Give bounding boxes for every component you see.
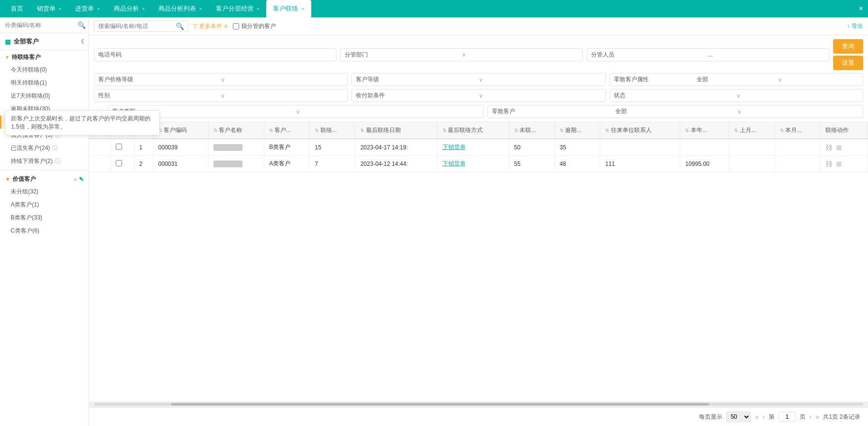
col-contact[interactable]: ⇅ 联络... <box>310 122 355 139</box>
total-info: 共1页 2条记录 <box>823 413 860 421</box>
col-unprocessed[interactable]: ⇅ 未联... <box>509 122 554 139</box>
row1-select-checkbox[interactable] <box>116 144 122 150</box>
nav-item-customer-contact[interactable]: 客户联络 × <box>266 0 311 17</box>
query-button[interactable]: 查询 <box>833 39 863 54</box>
window-close-button[interactable]: × <box>859 4 863 13</box>
col-type[interactable]: ⇅ 客户... <box>264 122 309 139</box>
row1-link-icon[interactable]: ⛓ <box>825 144 832 151</box>
col-this-year[interactable]: ⇅ 本年... <box>680 122 729 139</box>
row1-checkbox <box>111 139 134 156</box>
row1-contact: 15 <box>310 139 355 156</box>
sidebar-item-continuous-down[interactable]: 持续下滑客户(2) ⓘ <box>0 155 89 168</box>
nav-item-product-analysis-list[interactable]: 商品分析列表 × <box>152 0 209 17</box>
close-icon[interactable]: × <box>59 6 61 12</box>
sidebar-item-a-class[interactable]: A类客户(1) <box>0 198 89 211</box>
row2-last-contact-date: 2023-04-12 14:44: <box>355 156 437 172</box>
person-filter[interactable]: 分管人员 ... <box>587 48 829 61</box>
sidebar-value-edit-icon[interactable]: ✎ <box>79 176 84 183</box>
nav-item-purchase[interactable]: 进货单 × <box>68 0 107 17</box>
col-this-month[interactable]: ⇅ 本月... <box>775 122 820 139</box>
last-page-btn[interactable]: » <box>816 413 820 421</box>
row2-index: 2 <box>134 156 153 172</box>
blurred-name <box>213 161 243 167</box>
close-icon[interactable]: × <box>199 6 202 12</box>
status-filter[interactable]: 状态 ∨ <box>609 89 863 102</box>
sidebar-item-tomorrow[interactable]: 明天待联络(1) <box>0 76 89 89</box>
prev-page-btn[interactable]: ‹ <box>762 413 765 421</box>
row1-overdue: 35 <box>555 139 600 156</box>
sidebar-item-today[interactable]: 今天待联络(0) <box>0 63 89 76</box>
close-icon[interactable]: × <box>142 6 145 12</box>
sidebar-section-pending[interactable]: ▼ 待联络客户 <box>0 50 89 63</box>
current-page-input[interactable] <box>778 412 796 422</box>
dept-filter[interactable]: 分管部门 ∨ <box>340 48 583 61</box>
extended-filters: 电话号码 分管部门 ∨ 分管人员 ... 查询 设置 客户价格等级 <box>89 35 868 122</box>
price-grade-filter[interactable]: 客户价格等级 ∨ <box>94 73 348 86</box>
filter-icon: ▽ <box>193 23 198 29</box>
close-icon[interactable]: × <box>97 6 100 12</box>
col-code[interactable]: ⇅ 客户编码 <box>153 122 208 139</box>
col-company-contacts[interactable]: ⇅ 往来单位联系人 <box>600 122 680 139</box>
horizontal-scrollbar[interactable] <box>89 401 868 407</box>
filter-search-box: 🔍 <box>94 20 188 32</box>
row2-last-contact-method[interactable]: 下销货单 <box>437 156 509 172</box>
my-customers-filter: 我分管的客户 <box>233 22 276 30</box>
gender-filter[interactable]: 性别 ∨ <box>94 89 348 102</box>
sidebar-item-c-class[interactable]: C类客户(6) <box>0 224 89 237</box>
customer-type-filter[interactable]: 客户类型 ∨ <box>108 105 484 118</box>
per-page-select[interactable]: 50 100 200 <box>726 411 751 422</box>
dept-chevron: ∨ <box>462 51 579 58</box>
row2-link-icon[interactable]: ⛓ <box>825 160 832 168</box>
next-page-btn[interactable]: › <box>809 413 812 421</box>
pay-cond-filter[interactable]: 收付款条件 ∨ <box>351 89 605 102</box>
sidebar-search-icon[interactable]: 🔍 <box>77 21 86 29</box>
sidebar-item-7days[interactable]: 近7天待联络(0) <box>0 89 89 103</box>
col-last-contact-method[interactable]: ⇅ 最后联络方式 <box>437 122 509 139</box>
export-button[interactable]: ↑ 导出 <box>847 22 863 30</box>
col-last-contact-date[interactable]: ⇅ 最后联络日期 <box>355 122 437 139</box>
phone-filter[interactable]: 电话号码 <box>94 48 336 61</box>
arrow-icon: ▼ <box>5 55 10 60</box>
sidebar-search-input[interactable] <box>5 22 77 29</box>
row2-select-checkbox[interactable] <box>116 160 122 166</box>
sidebar-item-ungroup[interactable]: 未分组(32) <box>0 185 89 198</box>
sort-icon: ⇅ <box>514 128 518 133</box>
sort-icon: ⇅ <box>780 128 784 133</box>
table-row: 2 000031 A类客户 7 2023-04-12 14:44: 下销货单 5… <box>89 156 868 172</box>
filter-search-icon[interactable]: 🔍 <box>176 22 184 30</box>
nav-item-home[interactable]: 首页 <box>4 0 30 17</box>
sidebar-item-b-class[interactable]: B类客户(33) <box>0 211 89 224</box>
row1-code: 000039 <box>153 139 208 156</box>
retail-attr-filter[interactable]: 零散客户属性 全部 ∨ <box>609 73 863 86</box>
row2-overdue: 48 <box>555 156 600 172</box>
col-last-month[interactable]: ⇅ 上月... <box>729 122 775 139</box>
col-overdue[interactable]: ⇅ 逾期... <box>555 122 600 139</box>
retail-customer-filter[interactable]: 零散客户 全部 ∨ <box>487 105 863 118</box>
sidebar-item-already-lost[interactable]: 已流失客户(24) ⓘ <box>0 142 89 155</box>
sidebar-all-customers[interactable]: ▦ 全部客户 《 <box>0 33 89 50</box>
row2-grid-icon[interactable]: ⊞ <box>836 160 842 168</box>
nav-item-product-analysis[interactable]: 商品分析 × <box>107 0 152 17</box>
filter-search-input[interactable] <box>98 23 176 29</box>
nav-item-sales[interactable]: 销货单 × <box>30 0 68 17</box>
nav-item-customer-stratification[interactable]: 客户分层经营 × <box>209 0 266 17</box>
scrollbar-thumb[interactable] <box>171 403 709 406</box>
row2-code: 000031 <box>153 156 208 172</box>
close-icon[interactable]: × <box>257 6 259 12</box>
content-area: 🔍 ▽ 更多条件 ∧ 我分管的客户 ↑ 导出 电话号码 <box>89 17 868 426</box>
first-page-btn[interactable]: « <box>755 413 759 421</box>
top-navigation: 首页 销货单 × 进货单 × 商品分析 × 商品分析列表 × 客户分层经营 × … <box>0 0 868 17</box>
sidebar-value-circle-icon[interactable]: ○ <box>74 176 77 183</box>
more-conditions-btn[interactable]: ▽ 更多条件 ∧ <box>193 22 228 30</box>
my-customers-checkbox[interactable] <box>233 23 239 29</box>
row2-contact: 7 <box>310 156 355 172</box>
person-dots-btn[interactable]: ... <box>706 51 825 58</box>
row1-grid-icon[interactable]: ⊞ <box>836 144 842 151</box>
close-icon[interactable]: × <box>301 6 304 12</box>
filter-row-1: 电话号码 分管部门 ∨ 分管人员 ... 查询 设置 <box>94 39 863 70</box>
setting-button[interactable]: 设置 <box>833 56 863 70</box>
customer-grade-filter[interactable]: 客户等级 ∨ <box>351 73 605 86</box>
row1-last-contact-method[interactable]: 下销货单 <box>437 139 509 156</box>
col-name[interactable]: ⇅ 客户名称 <box>208 122 264 139</box>
collapse-icon[interactable]: 《 <box>78 38 84 46</box>
